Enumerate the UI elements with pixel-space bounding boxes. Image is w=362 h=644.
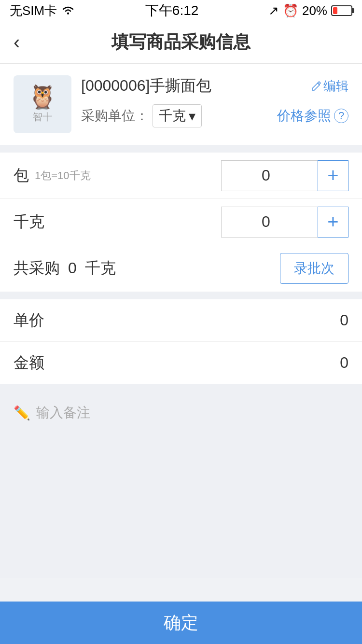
unit-price-value: 0 — [340, 311, 348, 329]
nav-bar: ‹ 填写商品采购信息 — [0, 21, 362, 64]
product-unit-label: 采购单位： — [81, 107, 149, 125]
kg-input[interactable] — [221, 207, 318, 238]
form-row-bag: 包 1包=10千克 + — [0, 153, 362, 199]
confirm-button[interactable]: 确定 — [0, 602, 362, 644]
edit-label: 编辑 — [323, 78, 348, 95]
section-sep-3 — [0, 384, 362, 392]
price-ref-label: 价格参照 — [277, 107, 331, 125]
product-image-label: 智十 — [33, 111, 52, 124]
kg-input-wrap: + — [221, 207, 348, 238]
total-section: 共采购 0 千克 录批次 — [0, 245, 362, 292]
product-unit-select[interactable]: 千克 ▾ — [153, 104, 202, 127]
bag-sub-label: 1包=10千克 — [35, 168, 91, 183]
bag-label-text: 包 — [14, 165, 29, 186]
bag-plus-button[interactable]: + — [318, 160, 348, 191]
unit-price-label: 单价 — [14, 310, 44, 331]
total-amount: 0 — [68, 259, 77, 277]
product-unit-row: 采购单位： 千克 ▾ 价格参照 ? — [81, 104, 348, 127]
product-image: 🦉 智十 — [14, 75, 71, 133]
note-icon: ✏️ — [14, 405, 30, 421]
status-bar: 无SIM卡 下午6:12 ↗ ⏰ 20% — [0, 0, 362, 21]
product-name-row: [0000006]手撕面包 编辑 — [81, 75, 348, 97]
page-title: 填写商品采购信息 — [111, 30, 251, 54]
total-label: 共采购 0 千克 — [14, 258, 116, 279]
bag-input-wrap: + — [221, 160, 348, 191]
form-kg-section: 千克 + — [0, 199, 362, 245]
price-row-amount: 金额 0 — [0, 342, 362, 384]
wifi-icon — [61, 3, 75, 18]
note-section[interactable]: ✏️ 输入备注 — [0, 392, 362, 434]
unit-value: 千克 — [159, 107, 186, 125]
price-row-unit: 单价 0 — [0, 299, 362, 342]
status-bar-left: 无SIM卡 — [10, 2, 75, 19]
bag-label: 包 1包=10千克 — [14, 165, 221, 186]
product-name: [0000006]手撕面包 — [81, 75, 211, 97]
note-placeholder: 输入备注 — [36, 404, 90, 422]
amount-value: 0 — [340, 354, 348, 372]
dropdown-icon: ▾ — [189, 108, 195, 124]
price-ref-button[interactable]: 价格参照 ? — [277, 107, 348, 125]
price-ref-icon: ? — [334, 109, 348, 123]
status-bar-right: ↗ ⏰ 20% — [268, 3, 352, 18]
form-bag-section: 包 1包=10千克 + — [0, 153, 362, 199]
back-button[interactable]: ‹ — [14, 31, 20, 53]
location-icon: ↗ — [268, 3, 279, 18]
battery-indicator — [331, 5, 352, 16]
main-content: 🦉 智十 [0000006]手撕面包 编辑 采购单位： 千克 — [0, 64, 362, 621]
kg-label-text: 千克 — [14, 211, 44, 233]
kg-label: 千克 — [14, 211, 221, 233]
battery-percent: 20% — [302, 3, 327, 18]
carrier-label: 无SIM卡 — [10, 2, 57, 19]
total-label-prefix: 共采购 — [14, 259, 60, 277]
product-owl-icon: 🦉 — [28, 85, 57, 109]
section-sep-1 — [0, 145, 362, 153]
content-filler — [0, 434, 362, 578]
product-info: [0000006]手撕面包 编辑 采购单位： 千克 ▾ — [81, 75, 348, 127]
status-bar-time: 下午6:12 — [145, 1, 199, 20]
amount-label: 金额 — [14, 352, 44, 374]
total-unit: 千克 — [85, 259, 116, 277]
form-row-kg: 千克 + — [0, 199, 362, 245]
product-card: 🦉 智十 [0000006]手撕面包 编辑 采购单位： 千克 — [0, 64, 362, 145]
record-batch-button[interactable]: 录批次 — [280, 253, 348, 284]
svg-point-0 — [67, 13, 69, 14]
total-row: 共采购 0 千克 录批次 — [0, 245, 362, 292]
alarm-icon: ⏰ — [283, 3, 298, 18]
product-edit-button[interactable]: 编辑 — [311, 78, 348, 95]
section-sep-2 — [0, 292, 362, 299]
price-section: 单价 0 金额 0 — [0, 299, 362, 384]
kg-plus-button[interactable]: + — [318, 207, 348, 238]
bag-input[interactable] — [221, 160, 318, 191]
